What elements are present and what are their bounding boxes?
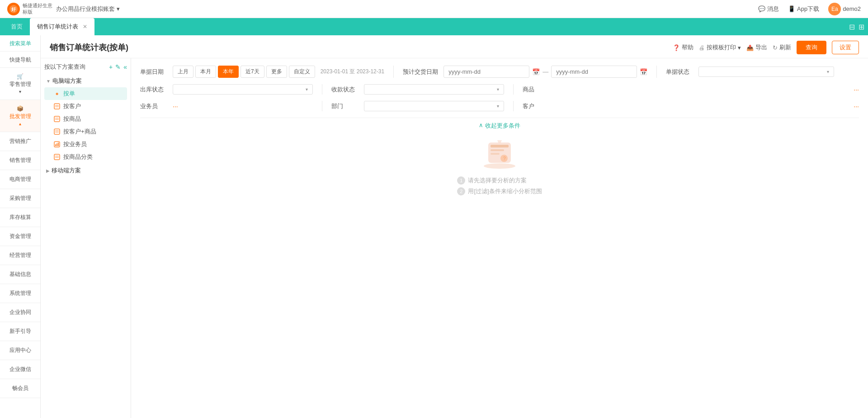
customer-icon bbox=[53, 103, 61, 110]
salesperson-label: 业务员 bbox=[140, 102, 167, 110]
app-download-btn[interactable]: 📱 App下载 bbox=[788, 5, 819, 13]
divider4 bbox=[513, 84, 514, 95]
calendar-to-icon[interactable]: 📅 bbox=[640, 68, 647, 76]
date-range-text: 2023-01-01 至 2023-12-31 bbox=[321, 68, 384, 76]
edit-scheme-icon[interactable]: ✎ bbox=[115, 63, 121, 71]
query-button[interactable]: 查询 bbox=[797, 41, 826, 54]
sidebar-item-member[interactable]: 畅会员 bbox=[0, 379, 40, 398]
sidebar-item-wholesale[interactable]: 📦 批发管理 ▴ bbox=[0, 100, 40, 132]
calendar-from-icon[interactable]: 📅 bbox=[532, 68, 540, 76]
department-select[interactable]: ▾ bbox=[364, 101, 504, 111]
receive-status-select[interactable]: ▾ bbox=[364, 84, 504, 95]
expected-date-from[interactable] bbox=[443, 66, 529, 78]
date-label: 单据日期 bbox=[140, 68, 167, 76]
message-btn[interactable]: 💬 消息 bbox=[758, 5, 779, 13]
sidebar-search[interactable]: 搜索菜单 bbox=[0, 35, 40, 52]
sidebar-item-newbie[interactable]: 新手引导 bbox=[0, 322, 40, 341]
sidebar-item-purchase[interactable]: 采购管理 bbox=[0, 189, 40, 208]
sidebar-item-ecommerce[interactable]: 电商管理 bbox=[0, 170, 40, 189]
svg-rect-5 bbox=[54, 116, 60, 122]
out-status-select[interactable]: ▾ bbox=[173, 84, 313, 95]
order-icon: ● bbox=[53, 90, 61, 97]
sidebar-item-operations[interactable]: 经营管理 bbox=[0, 246, 40, 265]
date-btn-more[interactable]: 更多 bbox=[266, 66, 287, 78]
date-btn-last-month[interactable]: 上月 bbox=[173, 66, 193, 78]
mobile-scheme-group: ▶ 移动端方案 bbox=[44, 164, 127, 177]
help-btn[interactable]: ❓ 帮助 bbox=[673, 43, 693, 52]
tab-sales-order-stats[interactable]: 销售订单统计表 ✕ bbox=[30, 18, 94, 35]
settings-button[interactable]: 设置 bbox=[832, 41, 859, 54]
status-select[interactable]: ▾ bbox=[698, 66, 834, 77]
sidebar-item-basic[interactable]: 基础信息 bbox=[0, 265, 40, 284]
scheme-by-goods[interactable]: 按商品 bbox=[44, 113, 127, 125]
select-arrow-icon: ▾ bbox=[827, 69, 829, 74]
goods-cat-icon bbox=[53, 153, 61, 161]
add-scheme-icon[interactable]: + bbox=[109, 63, 113, 71]
chevron-icon: ▾ bbox=[19, 89, 21, 94]
template-print-btn[interactable]: 🖨 按模板打印 ▾ bbox=[699, 43, 741, 52]
company-selector[interactable]: 办公用品行业模拟账套 ▾ bbox=[56, 5, 120, 13]
empty-state: ? 1 请先选择要分析的方案 2 用[过滤]条件来缩小分析范围 bbox=[140, 133, 859, 214]
sidebar-item-wechat[interactable]: 企业微信 bbox=[0, 360, 40, 379]
left-panel-icons: + ✎ « bbox=[109, 63, 127, 71]
sidebar-item-corp[interactable]: 企业协同 bbox=[0, 303, 40, 322]
chevron-down-icon: ▾ bbox=[117, 5, 120, 12]
divider6 bbox=[513, 101, 514, 111]
header-left: 好 畅捷通好生意 标版 办公用品行业模拟账套 ▾ bbox=[7, 3, 120, 15]
tab-bar: 首页 销售订单统计表 ✕ ⊟ ⊞ bbox=[0, 18, 868, 35]
expected-date-label: 预计交货日期 bbox=[403, 68, 438, 76]
tab-close-icon[interactable]: ✕ bbox=[83, 24, 87, 30]
salesperson-more-btn[interactable]: ··· bbox=[173, 103, 178, 110]
tab-minimize-icon[interactable]: ⊟ bbox=[849, 23, 855, 31]
filter-row-3: 业务员 ··· 部门 ▾ 客户 ··· bbox=[140, 101, 859, 111]
logo-text: 畅捷通好生意 标版 bbox=[23, 3, 52, 14]
out-select-arrow-icon: ▾ bbox=[306, 87, 308, 92]
sidebar-item-system[interactable]: 系统管理 bbox=[0, 284, 40, 303]
collapse-bar[interactable]: ∧ 收起更多条件 bbox=[140, 118, 859, 133]
svg-rect-14 bbox=[58, 142, 59, 146]
sidebar-item-sales[interactable]: 销售管理 bbox=[0, 151, 40, 170]
salesperson-icon bbox=[53, 141, 61, 148]
svg-point-18 bbox=[484, 163, 515, 169]
hint-num-2: 2 bbox=[457, 187, 465, 195]
customer-more-btn[interactable]: ··· bbox=[854, 103, 859, 110]
refresh-btn[interactable]: ↻ 刷新 bbox=[773, 43, 791, 52]
empty-hint-2: 2 用[过滤]条件来缩小分析范围 bbox=[457, 187, 542, 195]
date-btn-this-month[interactable]: 本月 bbox=[195, 66, 216, 78]
export-btn[interactable]: 📤 导出 bbox=[746, 43, 767, 52]
sidebar-item-finance[interactable]: 资金管理 bbox=[0, 227, 40, 246]
scheme-by-customer[interactable]: 按客户 bbox=[44, 100, 127, 113]
date-btn-this-year[interactable]: 本年 bbox=[218, 66, 239, 78]
scheme-by-goods-cat[interactable]: 按商品分类 bbox=[44, 151, 127, 163]
scheme-by-order[interactable]: ● 按单 bbox=[44, 87, 127, 100]
mobile-group-header[interactable]: ▶ 移动端方案 bbox=[44, 164, 127, 177]
page-title: 销售订单统计表(按单) bbox=[50, 42, 128, 53]
goods-more-btn[interactable]: ··· bbox=[854, 86, 859, 93]
date-btn-last-7-days[interactable]: 近7天 bbox=[241, 66, 264, 78]
recv-select-arrow-icon: ▾ bbox=[497, 87, 499, 92]
tab-maximize-icon[interactable]: ⊞ bbox=[859, 23, 864, 31]
dropdown-arrow-icon: ▾ bbox=[738, 44, 741, 51]
scheme-by-salesperson[interactable]: 按业务员 bbox=[44, 138, 127, 151]
sidebar-item-retail[interactable]: 🛒 零售管理 ▾ bbox=[0, 68, 40, 100]
scheme-by-cust-goods[interactable]: 按客户+商品 bbox=[44, 125, 127, 138]
sidebar-item-marketing[interactable]: 营销推广 bbox=[0, 132, 40, 151]
user-profile[interactable]: Ea demo2 bbox=[828, 3, 861, 15]
customer-label: 客户 bbox=[523, 102, 550, 110]
sidebar-quick-nav[interactable]: 快捷导航 bbox=[0, 52, 40, 68]
svg-text:?: ? bbox=[503, 156, 506, 161]
sidebar-item-inventory[interactable]: 库存核算 bbox=[0, 208, 40, 227]
sidebar-item-appstore[interactable]: 应用中心 bbox=[0, 341, 40, 360]
logo-area: 好 畅捷通好生意 标版 bbox=[7, 3, 52, 15]
collapse-panel-icon[interactable]: « bbox=[123, 63, 127, 71]
tab-home[interactable]: 首页 bbox=[4, 18, 30, 35]
avatar: Ea bbox=[828, 3, 841, 15]
date-btns-group: 上月 本月 本年 近7天 更多 自定义 bbox=[173, 66, 315, 78]
svg-rect-2 bbox=[54, 104, 60, 109]
right-panel: 单据日期 上月 本月 本年 近7天 更多 自定义 2023-01-01 至 20… bbox=[131, 58, 868, 418]
collapse-icon: ▶ bbox=[46, 168, 50, 173]
top-header: 好 畅捷通好生意 标版 办公用品行业模拟账套 ▾ 💬 消息 📱 App下载 Ea… bbox=[0, 0, 868, 18]
desktop-group-header[interactable]: ▼ 电脑端方案 bbox=[44, 75, 127, 87]
expected-date-to[interactable] bbox=[551, 66, 637, 78]
date-btn-custom[interactable]: 自定义 bbox=[289, 66, 315, 78]
